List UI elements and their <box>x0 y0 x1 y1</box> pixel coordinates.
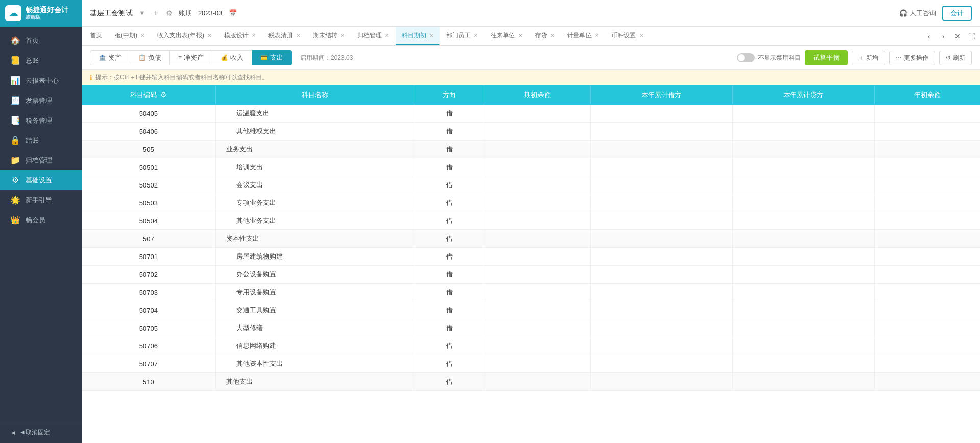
tab-tax[interactable]: 税表清册✕ <box>262 27 307 45</box>
cell-code: 50705 <box>82 319 215 337</box>
tab-close-measure[interactable]: ✕ <box>595 33 599 38</box>
top-header: 基层工会测试 ▼ ＋ ⚙ 账期 2023-03 📅 🎧 人工咨询 会计 <box>82 0 980 27</box>
cell-direction: 借 <box>414 319 484 337</box>
table-row[interactable]: 50503 专项业务支出 借 <box>82 194 980 212</box>
table-row[interactable]: 50706 信息网络购建 借 <box>82 337 980 355</box>
tab-close-subject-init[interactable]: ✕ <box>429 33 433 38</box>
tab-inventory[interactable]: 存货✕ <box>529 27 561 45</box>
tab-close-income[interactable]: ✕ <box>207 33 211 38</box>
cell-ytd-debit <box>591 230 732 248</box>
sidebar-item-invoice[interactable]: 🧾 发票管理 <box>0 90 82 110</box>
table-row[interactable]: 510 其他支出 借 <box>82 373 980 391</box>
tab-archive[interactable]: 归档管理✕ <box>351 27 396 45</box>
tab-contact[interactable]: 往来单位✕ <box>484 27 529 45</box>
tab-close-inventory[interactable]: ✕ <box>550 33 554 38</box>
tab-currency[interactable]: 币种设置✕ <box>605 27 650 45</box>
tip-icon: ℹ <box>90 74 92 81</box>
table-row[interactable]: 50702 办公设备购置 借 <box>82 266 980 284</box>
cell-ytd-debit <box>591 248 732 266</box>
sidebar-item-tax[interactable]: 📑 税务管理 <box>0 110 82 130</box>
net-asset-filter-icon: ≡ <box>178 54 182 61</box>
tab-period-end[interactable]: 期末结转✕ <box>307 27 351 45</box>
cell-name: 房屋建筑物购建 <box>215 248 414 266</box>
cell-ytd-debit <box>591 284 732 301</box>
cell-code: 50502 <box>82 176 215 194</box>
tab-close-period[interactable]: ✕ <box>140 33 144 38</box>
table-row[interactable]: 50501 培训支出 借 <box>82 158 980 176</box>
tab-close-tax[interactable]: ✕ <box>296 33 300 38</box>
sidebar-item-guide[interactable]: 🌟 新手引导 <box>0 190 82 210</box>
add-btn[interactable]: ＋ 新增 <box>852 51 885 65</box>
balance-btn[interactable]: 试算平衡 <box>805 50 848 65</box>
sidebar-footer[interactable]: ◄ ◄取消固定 <box>0 422 82 443</box>
cell-code: 50703 <box>82 284 215 301</box>
net-asset-filter-label: 净资产 <box>184 53 204 62</box>
tab-template[interactable]: 模版设计✕ <box>218 27 262 45</box>
table-row[interactable]: 50406 其他维权支出 借 <box>82 123 980 141</box>
tab-close-btn[interactable]: ✕ <box>951 30 964 42</box>
tab-income[interactable]: 收入支出表(年报)✕ <box>151 27 218 45</box>
add-company-btn[interactable]: ＋ <box>152 8 160 18</box>
tab-period[interactable]: 枢(中期)✕ <box>109 27 151 45</box>
cell-ytd-credit <box>732 337 874 355</box>
tab-label-inventory: 存货 <box>535 31 547 40</box>
tab-next-btn[interactable]: › <box>937 30 949 42</box>
sidebar-item-settings[interactable]: ⚙ 基础设置 <box>0 170 82 190</box>
table-row[interactable]: 507 资本性支出 借 <box>82 230 980 248</box>
tab-subject-init[interactable]: 科目期初✕ <box>396 27 440 45</box>
sidebar-item-close[interactable]: 🔒 结账 <box>0 130 82 150</box>
cell-direction: 借 <box>414 337 484 355</box>
tab-expand-btn[interactable]: ⛶ <box>966 30 978 42</box>
filter-tab-net-asset[interactable]: ≡ 净资产 <box>170 50 212 65</box>
sidebar-item-home[interactable]: 🏠 首页 <box>0 31 82 51</box>
settings-icon[interactable]: ⚙ <box>166 9 173 18</box>
table-row[interactable]: 50705 大型修缮 借 <box>82 319 980 337</box>
sidebar-item-archive[interactable]: 📁 归档管理 <box>0 150 82 170</box>
cell-ytd-balance <box>874 301 980 319</box>
tab-close-currency[interactable]: ✕ <box>639 33 643 38</box>
sidebar-item-ledger[interactable]: 📒 总账 <box>0 51 82 71</box>
sidebar-item-member[interactable]: 👑 畅会员 <box>0 210 82 230</box>
table-row[interactable]: 50707 其他资本性支出 借 <box>82 355 980 373</box>
filter-tab-asset[interactable]: 🏦 资产 <box>90 50 130 65</box>
disable-toggle[interactable] <box>737 53 755 62</box>
tab-close-template[interactable]: ✕ <box>252 33 256 38</box>
table-row[interactable]: 505 业务支出 借 <box>82 141 980 158</box>
help-btn[interactable]: 🎧 人工咨询 <box>899 9 936 18</box>
table-row[interactable]: 50704 交通工具购置 借 <box>82 301 980 319</box>
tab-close-period-end[interactable]: ✕ <box>340 33 345 38</box>
tab-department[interactable]: 部门员工✕ <box>440 27 484 45</box>
cell-ytd-debit <box>591 194 732 212</box>
cell-name: 运温暖支出 <box>215 105 414 123</box>
tab-prev-btn[interactable]: ‹ <box>923 30 935 42</box>
tab-close-department[interactable]: ✕ <box>474 33 478 38</box>
filter-tab-expense[interactable]: 💳 支出 <box>252 50 292 65</box>
table-row[interactable]: 50701 房屋建筑物购建 借 <box>82 248 980 266</box>
cell-ytd-balance <box>874 176 980 194</box>
cell-ytd-balance <box>874 194 980 212</box>
cell-name: 其他业务支出 <box>215 212 414 230</box>
cell-direction: 借 <box>414 123 484 141</box>
filter-tab-liability[interactable]: 📋 负债 <box>130 50 170 65</box>
tab-measure[interactable]: 计量单位✕ <box>561 27 605 45</box>
dropdown-icon[interactable]: ▼ <box>139 9 145 17</box>
sidebar-item-report[interactable]: 📊 云报表中心 <box>0 71 82 90</box>
refresh-btn[interactable]: ↺ 刷新 <box>939 51 972 65</box>
table-row[interactable]: 50703 专用设备购置 借 <box>82 284 980 301</box>
table-row[interactable]: 50502 会议支出 借 <box>82 176 980 194</box>
more-btn[interactable]: ⋯ 更多操作 <box>889 51 935 65</box>
calendar-icon[interactable]: 📅 <box>229 9 237 17</box>
cell-opening-balance <box>484 301 591 319</box>
cell-direction: 借 <box>414 212 484 230</box>
toggle-wrap: 不显示禁用科目 <box>737 53 801 62</box>
tab-close-archive[interactable]: ✕ <box>385 33 389 38</box>
cell-ytd-balance <box>874 373 980 391</box>
filter-tab-income-tab[interactable]: 💰 收入 <box>212 50 252 65</box>
cell-ytd-credit <box>732 284 874 301</box>
account-btn[interactable]: 会计 <box>942 6 972 21</box>
table-row[interactable]: 50504 其他业务支出 借 <box>82 212 980 230</box>
tab-home[interactable]: 首页 <box>84 27 109 45</box>
col-settings-icon[interactable]: ⚙ <box>160 90 167 99</box>
table-row[interactable]: 50405 运温暖支出 借 <box>82 105 980 123</box>
tab-close-contact[interactable]: ✕ <box>518 33 522 38</box>
